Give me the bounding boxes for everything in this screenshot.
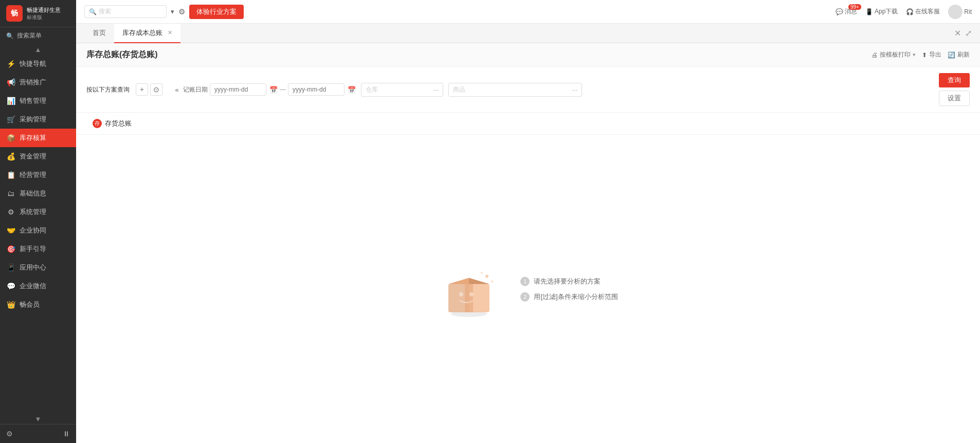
step-num-1: 1	[520, 277, 530, 286]
speaker-footer-icon[interactable]: ⏸	[63, 430, 70, 438]
online-service-button[interactable]: 🎧 在线客服	[906, 7, 940, 16]
tab-inventory-ledger[interactable]: 库存成本总账 ✕	[114, 24, 180, 43]
sidebar-item-system[interactable]: ⚙ 系统管理	[0, 203, 76, 221]
svg-rect-3	[465, 284, 473, 312]
scroll-down-btn[interactable]: ▼	[0, 414, 76, 424]
date-field-label: 记账日期	[183, 85, 208, 94]
avatar	[948, 5, 963, 19]
sidebar-item-member[interactable]: 👑 畅会员	[0, 295, 76, 314]
sidebar-item-newbie[interactable]: 🎯 新手引导	[0, 240, 76, 258]
topbar-settings-icon[interactable]: ⚙	[178, 7, 185, 16]
page-container: 库存总账(存货总账) 🖨 按模板打印 ▾ ⬆ 导出 🔄 刷新 按以下方案查询	[76, 43, 980, 443]
topbar-search-icon: 🔍	[89, 8, 97, 15]
main-content: 🔍 搜索 ▾ ⚙ 体验行业方案 💬 消息 99+ 📱 App下载 🎧 在线客服	[76, 0, 980, 443]
sidebar-item-inventory[interactable]: 📦 库存核算	[0, 129, 76, 147]
goods-more-icon[interactable]: ···	[572, 86, 577, 94]
scheme-label: 存货总账	[105, 119, 132, 128]
collapse-filter-btn[interactable]: «	[171, 83, 183, 96]
tab-home[interactable]: 首页	[84, 24, 114, 43]
empty-illustration	[438, 258, 500, 320]
sidebar-item-wxwork[interactable]: 💬 企业微信	[0, 277, 76, 295]
user-menu[interactable]: Rit	[948, 5, 972, 19]
empty-state: 1 请先选择要分析的方案 2 用[过滤]条件来缩小分析范围	[76, 135, 980, 443]
refresh-button[interactable]: 🔄 刷新	[948, 50, 970, 59]
svg-point-8	[469, 292, 474, 296]
sidebar-item-finance[interactable]: 💰 资金管理	[0, 147, 76, 166]
operations-icon: 📋	[6, 171, 15, 179]
industry-solution-button[interactable]: 体验行业方案	[189, 5, 244, 19]
scroll-up-btn[interactable]: ▲	[0, 44, 76, 55]
member-icon: 👑	[6, 300, 15, 309]
purchase-icon: 🛒	[6, 115, 15, 123]
phone-icon: 📱	[865, 8, 873, 15]
export-icon: ⬆	[922, 51, 927, 59]
messages-button[interactable]: 💬 消息 99+	[836, 7, 857, 16]
search-icon: 🔍	[6, 32, 14, 40]
goods-field[interactable]: 商品 ···	[448, 83, 582, 97]
print-dropdown-icon[interactable]: ▾	[913, 51, 916, 58]
finance-icon: 💰	[6, 152, 15, 161]
reset-filter-btn[interactable]: ⊙	[150, 83, 162, 96]
add-filter-btn[interactable]: ＋	[136, 83, 148, 96]
sidebar-item-marketing[interactable]: 📢 营销推广	[0, 73, 76, 92]
calendar-start-icon[interactable]: 📅	[269, 86, 278, 94]
topbar-search-box[interactable]: 🔍 搜索	[84, 5, 167, 18]
logo-icon: 畅	[6, 5, 23, 22]
filter-area: 按以下方案查询 ＋ ⊙ « 记账日期 📅 — 📅 仓库 ···	[76, 67, 980, 113]
date-separator: —	[280, 86, 286, 93]
svg-point-7	[459, 292, 463, 296]
sidebar-item-appstore[interactable]: 📱 应用中心	[0, 258, 76, 277]
export-button[interactable]: ⬆ 导出	[922, 50, 941, 59]
marketing-icon: 📢	[6, 78, 15, 86]
step-num-2: 2	[520, 292, 530, 302]
print-template-button[interactable]: 🖨 按模板打印 ▾	[872, 50, 916, 59]
refresh-icon: 🔄	[948, 51, 955, 59]
inventory-icon: 📦	[6, 134, 15, 142]
sidebar-item-sales[interactable]: 📊 销售管理	[0, 92, 76, 110]
date-start-input[interactable]	[210, 83, 266, 96]
page-header: 库存总账(存货总账) 🖨 按模板打印 ▾ ⬆ 导出 🔄 刷新	[76, 43, 980, 67]
sidebar-item-basic[interactable]: 🗂 基础信息	[0, 184, 76, 203]
logo-text: 畅捷通好生意 标准版	[27, 6, 61, 20]
topbar-left: 🔍 搜索 ▾ ⚙ 体验行业方案	[84, 5, 831, 19]
sidebar-footer: ⚙ ⏸	[0, 424, 76, 443]
scheme-item-inventory-ledger[interactable]: 存 存货总账	[86, 117, 138, 130]
settings-button[interactable]: 设置	[939, 91, 970, 106]
settings-footer-icon[interactable]: ⚙	[6, 430, 13, 438]
scheme-icon: 存	[93, 119, 102, 128]
date-field: 记账日期 📅 — 📅	[183, 83, 356, 96]
topbar: 🔍 搜索 ▾ ⚙ 体验行业方案 💬 消息 99+ 📱 App下载 🎧 在线客服	[76, 0, 980, 24]
sales-icon: 📊	[6, 97, 15, 105]
filter-fields: 记账日期 📅 — 📅 仓库 ··· 商品 ···	[183, 83, 933, 97]
warehouse-placeholder: 仓库	[366, 85, 431, 94]
calendar-end-icon[interactable]: 📅	[348, 86, 356, 94]
basic-icon: 🗂	[6, 189, 15, 198]
sidebar-nav: ⚡ 快捷导航 📢 营销推广 📊 销售管理 🛒 采购管理 📦 库存核算 💰 资金管…	[0, 55, 76, 414]
search-menu-item[interactable]: 🔍 搜索菜单	[0, 27, 76, 44]
wxwork-icon: 💬	[6, 282, 15, 290]
tab-close-icon[interactable]: ✕	[168, 29, 172, 36]
sidebar-item-enterprise[interactable]: 🤝 企业协同	[0, 221, 76, 240]
sidebar-item-purchase[interactable]: 🛒 采购管理	[0, 110, 76, 129]
sidebar-item-operations[interactable]: 📋 经营管理	[0, 166, 76, 184]
date-end-input[interactable]	[288, 83, 344, 96]
print-icon: 🖨	[872, 51, 878, 59]
svg-point-6	[481, 272, 483, 274]
sidebar-logo: 畅 畅捷通好生意 标准版	[0, 0, 76, 27]
filter-actions: ＋ ⊙	[136, 83, 162, 96]
topbar-chevron-icon[interactable]: ▾	[171, 8, 174, 15]
empty-step-2: 2 用[过滤]条件来缩小分析范围	[520, 292, 618, 302]
empty-step-1: 1 请先选择要分析的方案	[520, 277, 618, 286]
warehouse-field[interactable]: 仓库 ···	[361, 83, 443, 97]
goods-placeholder: 商品	[453, 85, 570, 94]
sidebar-item-quick-nav[interactable]: ⚡ 快捷导航	[0, 55, 76, 73]
expand-icon[interactable]: ⤢	[965, 28, 972, 38]
query-button[interactable]: 查询	[939, 73, 970, 87]
warehouse-more-icon[interactable]: ···	[433, 86, 439, 94]
appstore-icon: 📱	[6, 263, 15, 272]
svg-point-4	[485, 275, 488, 278]
scheme-list: 存 存货总账	[76, 113, 980, 135]
app-download-button[interactable]: 📱 App下载	[865, 7, 898, 16]
system-icon: ⚙	[6, 208, 15, 216]
tab-close-panel-icon[interactable]: ✕	[954, 28, 961, 38]
